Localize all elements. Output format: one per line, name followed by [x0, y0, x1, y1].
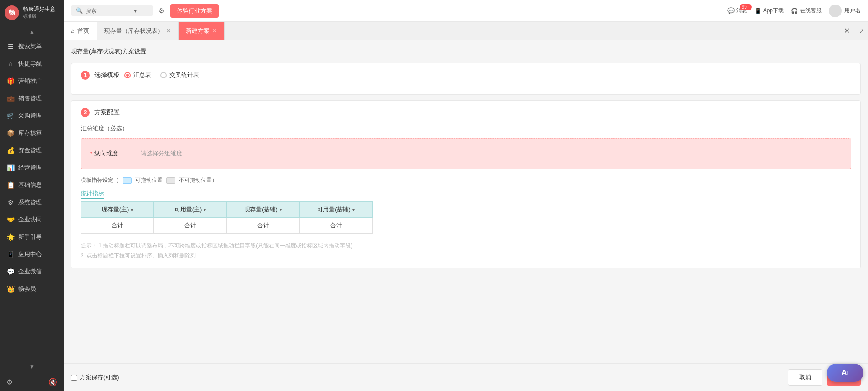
- sidebar-item-operations[interactable]: 📊 经营管理: [0, 159, 64, 176]
- newbie-icon: 🌟: [6, 233, 15, 241]
- col3-dropdown[interactable]: 现存量(基辅) ▾: [244, 206, 282, 214]
- sidebar-item-app-center[interactable]: 📱 应用中心: [0, 246, 64, 263]
- col2-data: 合计: [154, 218, 227, 234]
- tips-area: 提示： 1.拖动标题栏可以调整布局，不可跨维度或指标区域拖动栏目字段(只能在同一…: [81, 241, 851, 261]
- content-footer: 方案保存(可选) 取消 查询: [64, 363, 868, 391]
- tip1: 提示： 1.拖动标题栏可以调整布局，不可跨维度或指标区域拖动栏目字段(只能在同一…: [81, 241, 851, 251]
- radio-cross[interactable]: 交叉统计表: [160, 71, 199, 79]
- save-checkbox[interactable]: 方案保存(可选): [71, 373, 119, 381]
- topbar-online-service[interactable]: 🎧 在线客服: [791, 7, 822, 15]
- draggable-position-box: [123, 177, 132, 184]
- tabs-close-all-icon[interactable]: ✕: [838, 26, 855, 35]
- sidebar-item-search-menu[interactable]: ☰ 搜索菜单: [0, 38, 64, 55]
- cancel-button[interactable]: 取消: [788, 369, 822, 386]
- dimension-selection-area[interactable]: * 纵向维度 —— 请选择分组维度: [81, 138, 851, 169]
- col3-header[interactable]: 现存量(基辅) ▾: [227, 202, 300, 218]
- inventory-status-tab-close[interactable]: ✕: [166, 28, 171, 34]
- col2-header[interactable]: 可用量(主) ▾: [154, 202, 227, 218]
- col3-header-label: 现存量(基辅): [244, 206, 278, 214]
- sidebar-item-member[interactable]: 👑 畅会员: [0, 280, 64, 298]
- ai-bubble[interactable]: Ai: [827, 364, 863, 382]
- stat-indicators-title-row: 统计指标: [81, 190, 851, 198]
- sidebar-scroll-down[interactable]: ▼: [0, 361, 64, 373]
- summary-dimension-label: 汇总维度（必选）: [81, 124, 851, 133]
- col1-header[interactable]: 现存量(主) ▾: [81, 202, 154, 218]
- sidebar-item-sales[interactable]: 💼 销售管理: [0, 90, 64, 107]
- tab-new-plan[interactable]: 新建方案 ✕: [179, 22, 225, 40]
- radio-summary[interactable]: 汇总表: [124, 71, 151, 79]
- sidebar-item-wechat-label: 企业微信: [18, 268, 42, 276]
- statistics-table: 现存量(主) ▾ 可用量(主) ▾ 现存量(基辅) ▾: [81, 201, 373, 234]
- section-config: 2 方案配置 汇总维度（必选） * 纵向维度 —— 请选择分组维度 模板指标设定…: [71, 100, 861, 268]
- col1-caret-icon[interactable]: ▾: [131, 207, 133, 212]
- home-tab-icon: ⌂: [71, 27, 75, 34]
- sidebar-item-purchase[interactable]: 🛒 采购管理: [0, 107, 64, 124]
- search-input[interactable]: [86, 8, 131, 14]
- sidebar-item-quick-nav[interactable]: ⌂ 快捷导航: [0, 55, 64, 72]
- settings-icon[interactable]: ⚙: [6, 378, 13, 386]
- basic-info-icon: 📋: [6, 181, 15, 189]
- tabs-expand-icon[interactable]: ⤢: [855, 27, 868, 35]
- topbar-right: 💬 消息 99+ 📱 App下载 🎧 在线客服 用户名: [727, 5, 861, 17]
- topbar-search-box[interactable]: 🔍 ▾: [71, 5, 153, 16]
- radio-cross-dot: [160, 72, 167, 78]
- new-plan-tab-close[interactable]: ✕: [212, 28, 217, 34]
- col2-dropdown[interactable]: 可用量(主) ▾: [174, 206, 206, 214]
- tab-home[interactable]: ⌂ 首页: [64, 22, 97, 40]
- col4-caret-icon[interactable]: ▾: [352, 207, 355, 212]
- sidebar-item-newbie[interactable]: 🌟 新手引导: [0, 228, 64, 246]
- topbar-app-download[interactable]: 📱 App下载: [755, 7, 784, 15]
- audio-icon[interactable]: 🔇: [48, 378, 57, 386]
- online-service-label: 在线客服: [800, 7, 822, 15]
- col4-header[interactable]: 可用量(基辅) ▾: [300, 202, 373, 218]
- section1-header: 1 选择模板 汇总表 交叉统计表: [81, 71, 851, 80]
- sidebar-item-enterprise-label: 企业协同: [18, 216, 42, 224]
- inventory-icon: 📦: [6, 129, 15, 137]
- sidebar-item-inventory[interactable]: 📦 库存核算: [0, 124, 64, 142]
- dimension-dash: ——: [123, 150, 135, 157]
- table-header-row: 现存量(主) ▾ 可用量(主) ▾ 现存量(基辅) ▾: [81, 202, 373, 218]
- home-tab-label: 首页: [77, 27, 89, 35]
- topbar-user[interactable]: 用户名: [829, 5, 861, 17]
- col3-data: 合计: [227, 218, 300, 234]
- col3-caret-icon[interactable]: ▾: [280, 207, 282, 212]
- headset-icon: 🎧: [791, 8, 798, 14]
- sidebar-item-basic-info[interactable]: 📋 基础信息: [0, 176, 64, 194]
- page-title: 现存量(库存状况表)方案设置: [71, 47, 861, 56]
- topbar-dropdown-icon[interactable]: ▾: [134, 7, 137, 14]
- col4-header-label: 可用量(基辅): [317, 206, 351, 214]
- sidebar-item-marketing[interactable]: 🎁 营销推广: [0, 72, 64, 90]
- message-bell-icon: 💬: [727, 7, 735, 14]
- sales-icon: 💼: [6, 94, 15, 103]
- logo-text-block: 畅康通好生意 标准版: [23, 6, 56, 20]
- col1-dropdown[interactable]: 现存量(主) ▾: [102, 206, 133, 214]
- draggable-label: 可拖动位置: [135, 176, 163, 184]
- wechat-icon: 💬: [6, 268, 15, 276]
- trial-button[interactable]: 体验行业方案: [170, 4, 219, 18]
- search-icon: 🔍: [76, 7, 83, 14]
- draggable-hint-row: 模板指标设定（ 可拖动位置 不可拖动位置）: [81, 176, 851, 184]
- topbar: 🔍 ▾ ⚙ 体验行业方案 💬 消息 99+ 📱 App下载 🎧 在线客服 用户名: [64, 0, 868, 22]
- tab-inventory-status[interactable]: 现存量（库存状况表） ✕: [97, 22, 179, 40]
- sidebar-item-inventory-label: 库存核算: [18, 129, 42, 137]
- sidebar-item-search-menu-label: 搜索菜单: [18, 42, 42, 51]
- section2-num: 2: [81, 108, 90, 117]
- col4-dropdown[interactable]: 可用量(基辅) ▾: [317, 206, 355, 214]
- sidebar-item-system[interactable]: ⚙ 系统管理: [0, 194, 64, 211]
- sidebar-scroll-up[interactable]: ▲: [0, 26, 64, 38]
- message-badge: 99+: [740, 4, 752, 10]
- sidebar-item-basic-info-label: 基础信息: [18, 181, 42, 189]
- app-download-label: App下载: [763, 7, 784, 15]
- save-checkbox-input[interactable]: [71, 375, 77, 381]
- finance-icon: 💰: [6, 146, 15, 154]
- topbar-message[interactable]: 💬 消息 99+: [727, 7, 747, 15]
- non-draggable-label: 不可拖动位置）: [179, 176, 217, 184]
- sidebar-item-finance[interactable]: 💰 资金管理: [0, 142, 64, 159]
- radio-summary-label: 汇总表: [133, 71, 151, 79]
- sidebar-item-wechat[interactable]: 💬 企业微信: [0, 263, 64, 280]
- system-icon: ⚙: [6, 198, 15, 206]
- topbar-gear-icon[interactable]: ⚙: [158, 6, 165, 15]
- col2-caret-icon[interactable]: ▾: [204, 207, 206, 212]
- sidebar-item-enterprise[interactable]: 🤝 企业协同: [0, 211, 64, 228]
- radio-cross-label: 交叉统计表: [169, 71, 199, 79]
